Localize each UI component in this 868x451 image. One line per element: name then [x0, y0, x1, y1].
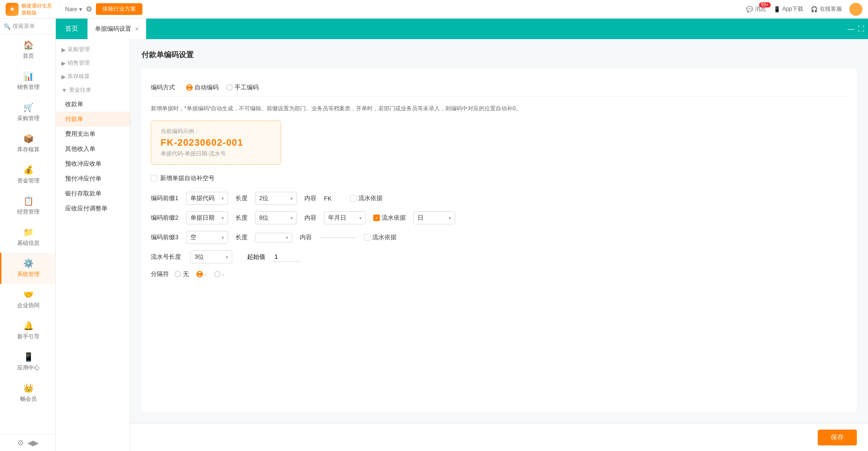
auto-fill-row: 新增单据自动补空号 [151, 174, 848, 182]
maximize-icon[interactable]: ⛶ [858, 25, 864, 33]
radio-auto[interactable]: 自动编码 [186, 83, 219, 92]
header-dropdown[interactable]: Nare ▾ [65, 6, 82, 13]
trial-button[interactable]: 体验行业方案 [96, 3, 142, 15]
message-area[interactable]: 💬 消息 99+ [746, 5, 766, 13]
prefix2-serial-check[interactable]: ✓ 流水依据 [373, 214, 406, 222]
sidebar-item-enterprise[interactable]: 🤝 企业协同 [0, 284, 55, 315]
info-text: 新增单据时，*单据编码*自动生成，不可编辑。前缀设置为部门、业务员等档案类，开单… [151, 104, 848, 113]
sidebar-item-guide[interactable]: 🔔 新手引导 [0, 315, 55, 346]
save-button[interactable]: 保存 [818, 430, 857, 445]
separator-row: 分隔符 无 · [151, 270, 848, 278]
app-download[interactable]: 📱 App下载 [774, 5, 803, 13]
chevron-down-icon: ▾ [79, 6, 82, 13]
prefix2-label: 编码前缀2 [151, 214, 179, 222]
panel-card: 编码方式 自动编码 手工编码 [141, 69, 857, 412]
apps-icon: 📱 [23, 352, 34, 362]
prefix2-content-select[interactable]: 年月日 ▾ [324, 211, 366, 224]
prefix1-length-select[interactable]: 2位 ▾ [255, 192, 297, 205]
sidebar-item-member[interactable]: 👑 畅会员 [0, 377, 55, 409]
chevron-down-icon2: ▼ [61, 87, 67, 94]
prefix1-serial-check[interactable]: 流水依据 [350, 194, 383, 202]
chevron-right-icon: ▶ [61, 47, 66, 53]
sidebar-search[interactable]: 🔍 搜索菜单 [0, 19, 55, 34]
prefix1-serial-checkbox[interactable] [350, 195, 357, 202]
radio-manual-dot [226, 84, 233, 91]
sep-dot2[interactable]: · [214, 271, 224, 278]
prefix1-select[interactable]: 单据代码 ▾ [186, 192, 228, 205]
sub-group-sales[interactable]: ▶ 销售管理 [56, 56, 130, 70]
sub-item-payment[interactable]: 付款单 [56, 112, 130, 127]
inventory-icon: 📦 [23, 134, 34, 144]
prefix2-length-select[interactable]: 8位 ▾ [255, 211, 297, 224]
sub-group-funds[interactable]: ▼ 资金往来 [56, 83, 130, 97]
collapse-icon[interactable]: ◀▶ [27, 438, 39, 447]
serial-length-label: 流水号长度 [151, 253, 181, 261]
enterprise-icon: 🤝 [23, 289, 34, 300]
sidebar-item-home[interactable]: 🏠 首页 [0, 34, 55, 66]
content-area: ▶ 采购管理 ▶ 销售管理 ▶ 库存核算 ▼ 资金往来 收款单 付款单 费用支出… [56, 39, 868, 451]
logo-area: ✦ 畅捷通好生意 旗舰版 [6, 2, 61, 16]
sidebar-item-operation[interactable]: 📋 经营管理 [0, 190, 55, 222]
online-service[interactable]: 🎧 在线客服 [811, 5, 842, 13]
sub-item-expense[interactable]: 费用支出单 [56, 127, 130, 141]
start-value-label: 起始值 [247, 253, 265, 261]
prefix1-content-label: 内容 [304, 194, 316, 202]
radio-manual[interactable]: 手工编码 [226, 83, 259, 92]
prefix3-label: 编码前缀3 [151, 233, 179, 242]
prefix3-serial-checkbox[interactable] [364, 234, 370, 241]
prefix3-length-label: 长度 [236, 233, 248, 242]
sidebar: 🔍 搜索菜单 🏠 首页 📊 销售管理 🛒 采购管理 📦 库存核算 💰 资金管理 … [0, 19, 56, 451]
sidebar-item-finance[interactable]: 💰 资金管理 [0, 159, 55, 190]
prefix1-content-value: FK [324, 195, 343, 202]
separator-label: 分隔符 [151, 270, 169, 278]
sub-group-inventory[interactable]: ▶ 库存核算 [56, 70, 130, 83]
chevron-icon4: ▾ [290, 215, 293, 221]
radio-auto-dot [186, 84, 193, 91]
sub-item-prepay-pay[interactable]: 预付冲应付单 [56, 171, 130, 186]
sub-sidebar: ▶ 采购管理 ▶ 销售管理 ▶ 库存核算 ▼ 资金往来 收款单 付款单 费用支出… [56, 39, 130, 451]
bottom-bar: 保存 [130, 423, 868, 451]
sep-none[interactable]: 无 [175, 270, 189, 278]
sep-dot1[interactable]: · [196, 271, 207, 278]
settings-bottom-icon[interactable]: ⚙ [17, 438, 24, 447]
user-avatar[interactable] [849, 3, 862, 16]
sub-group-purchase[interactable]: ▶ 采购管理 [56, 43, 130, 56]
tab-close-icon[interactable]: × [135, 25, 139, 33]
sidebar-item-system[interactable]: ⚙️ 系统管理 [0, 253, 55, 284]
sub-item-receipt[interactable]: 收款单 [56, 97, 130, 112]
sidebar-item-sales[interactable]: 📊 销售管理 [0, 66, 55, 97]
logo-text: 畅捷通好生意 旗舰版 [21, 2, 52, 16]
chevron-right-icon2: ▶ [61, 60, 66, 67]
separator-radio-group: 无 · · [175, 270, 224, 278]
prefix3-length-select[interactable]: ▾ [255, 233, 292, 242]
code-preview-sub: 单据代码-单据日期-流水号 [161, 150, 271, 158]
sales-icon: 📊 [23, 71, 34, 81]
prefix3-select[interactable]: 空 ▾ [186, 231, 228, 244]
purchase-icon: 🛒 [23, 102, 34, 113]
top-header: ✦ 畅捷通好生意 旗舰版 Nare ▾ ⚙ 体验行业方案 💬 消息 99+ 📱 … [0, 0, 868, 19]
sub-item-adjust[interactable]: 应收应付调整单 [56, 201, 130, 216]
settings-icon[interactable]: ⚙ [86, 5, 92, 13]
prefix2-unit-select[interactable]: 日 ▾ [413, 211, 455, 224]
chevron-icon9: ▾ [226, 255, 228, 260]
start-value-input[interactable] [273, 252, 301, 262]
sub-item-other-income[interactable]: 其他收入单 [56, 141, 130, 156]
auto-fill-checkbox[interactable] [151, 175, 157, 182]
sub-item-prepay-recv[interactable]: 预收冲应收单 [56, 156, 130, 171]
tab-home[interactable]: 首页 [56, 19, 87, 39]
sidebar-item-purchase[interactable]: 🛒 采购管理 [0, 97, 55, 128]
prefix2-select[interactable]: 单据日期 ▾ [186, 211, 228, 224]
minimize-icon[interactable]: — [848, 25, 854, 33]
serial-length-select[interactable]: 3位 ▾ [190, 250, 232, 263]
sidebar-item-basic[interactable]: 📁 基础信息 [0, 222, 55, 253]
code-preview-label: 当前编码示例： [161, 128, 271, 135]
chevron-icon7: ▾ [222, 235, 224, 240]
sidebar-item-apps[interactable]: 📱 应用中心 [0, 346, 55, 377]
prefix2-serial-checkbox[interactable]: ✓ [373, 215, 380, 221]
sidebar-bottom: ⚙ ◀▶ [0, 434, 55, 451]
sub-item-bank[interactable]: 银行存取款单 [56, 186, 130, 201]
sidebar-item-inventory[interactable]: 📦 库存核算 [0, 128, 55, 159]
tab-bar-right: — ⛶ [848, 25, 868, 33]
tab-active[interactable]: 单据编码设置 × [87, 19, 146, 39]
prefix3-serial-check[interactable]: 流水依据 [364, 233, 397, 242]
